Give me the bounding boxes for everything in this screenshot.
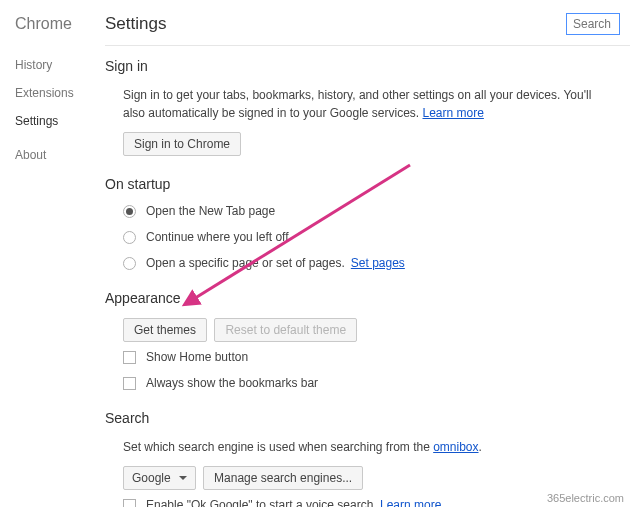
reset-theme-button: Reset to default theme [214,318,357,342]
startup-radio-newtab[interactable] [123,205,136,218]
startup-option-newtab: Open the New Tab page [146,204,275,218]
startup-radio-specific[interactable] [123,257,136,270]
omnibox-link[interactable]: omnibox [433,440,478,454]
search-input[interactable] [566,13,620,35]
nav-settings[interactable]: Settings [15,114,105,128]
chevron-down-icon [179,476,187,480]
watermark: 365electric.com [547,492,624,504]
signin-learn-more-link[interactable]: Learn more [423,106,484,120]
nav-history[interactable]: History [15,58,105,72]
startup-radio-continue[interactable] [123,231,136,244]
search-description: Set which search engine is used when sea… [123,438,610,456]
ok-google-checkbox[interactable] [123,499,136,508]
show-home-checkbox[interactable] [123,351,136,364]
startup-option-specific: Open a specific page or set of pages. [146,256,345,270]
signin-heading: Sign in [105,58,610,74]
nav-about[interactable]: About [15,148,105,162]
page-title: Settings [105,14,166,34]
ok-google-label: Enable "Ok Google" to start a voice sear… [146,498,441,507]
startup-heading: On startup [105,176,610,192]
set-pages-link[interactable]: Set pages [351,256,405,270]
search-heading: Search [105,410,610,426]
manage-search-engines-button[interactable]: Manage search engines... [203,466,363,490]
chrome-brand: Chrome [15,15,105,33]
search-engine-select[interactable]: Google [123,466,196,490]
signin-description: Sign in to get your tabs, bookmarks, his… [123,86,610,122]
show-bookmarks-label: Always show the bookmarks bar [146,376,318,390]
startup-option-continue: Continue where you left off [146,230,289,244]
show-home-label: Show Home button [146,350,248,364]
signin-button[interactable]: Sign in to Chrome [123,132,241,156]
ok-google-learn-more-link[interactable]: Learn more [380,498,441,507]
nav-extensions[interactable]: Extensions [15,86,105,100]
appearance-heading: Appearance [105,290,610,306]
show-bookmarks-checkbox[interactable] [123,377,136,390]
get-themes-button[interactable]: Get themes [123,318,207,342]
